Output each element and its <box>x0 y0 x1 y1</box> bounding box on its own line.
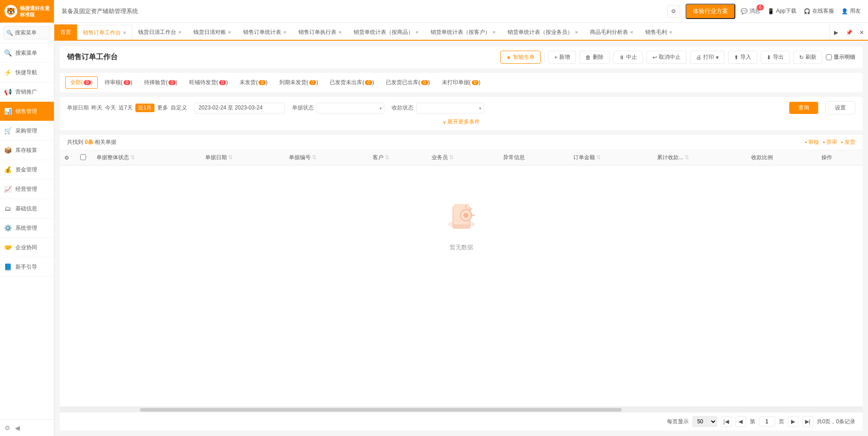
filter-date-昨天[interactable]: 昨天 <box>91 104 102 112</box>
th-staff[interactable]: 业务员⇅ <box>427 150 499 166</box>
cancel-pause-button[interactable]: ↩ 取消中止 <box>647 51 686 64</box>
table-action-ship[interactable]: 发货 <box>841 138 855 146</box>
tab-close-sales_stat_product[interactable]: ✕ <box>415 30 419 35</box>
payment-select[interactable] <box>416 103 484 114</box>
table-action-review[interactable]: 审核 <box>805 138 819 146</box>
sidebar-item-inventory[interactable]: 📦库存核算 <box>0 141 54 160</box>
th-customer[interactable]: 客户⇅ <box>368 150 427 166</box>
sidebar-item-guide[interactable]: 📘新手引导 <box>0 257 54 277</box>
sidebar-collapse-icon[interactable]: ◀ <box>15 424 20 431</box>
sidebar-item-sales[interactable]: 📊销售管理 <box>0 102 54 121</box>
sort-icon-amount[interactable]: ⇅ <box>596 154 601 161</box>
th-amount[interactable]: 订单金额⇅ <box>569 150 652 166</box>
query-button[interactable]: 查询 <box>789 102 818 114</box>
smart-gen-button[interactable]: ★ 智能生单 <box>500 51 541 64</box>
sidebar-item-operation[interactable]: 📈经营管理 <box>0 180 54 199</box>
expand-filters-button[interactable]: ∨ 展开更多条件 <box>442 118 480 126</box>
settings-icon[interactable]: ⚙ <box>64 155 69 161</box>
subtab-shipped_out[interactable]: 已发货已出库(0) <box>381 76 435 89</box>
delete-button[interactable]: 🗑 删除 <box>580 51 609 64</box>
subtab-overdue_not_shipped[interactable]: 到期未发货(0) <box>274 76 323 89</box>
sidebar-item-coop[interactable]: 🤝企业协同 <box>0 238 54 257</box>
tab-close-sales_order[interactable]: ✕ <box>123 30 126 35</box>
subtab-pending_inspect[interactable]: 待择验货(0) <box>139 76 182 89</box>
tab-close-product_margin[interactable]: ✕ <box>630 30 633 35</box>
tab-sales_stat_product[interactable]: 销货单统计表（按商品）✕ <box>348 24 425 40</box>
add-button[interactable]: + 新增 <box>548 51 576 64</box>
show-detail-checkbox[interactable] <box>826 54 832 60</box>
tab-sales_exec[interactable]: 销售订单执行表✕ <box>293 24 348 40</box>
sidebar-item-search[interactable]: 🔍搜索菜单 <box>0 43 54 63</box>
topbar-settings-button[interactable]: ⚙ <box>667 5 680 18</box>
tab-close-cash_reconcile[interactable]: ✕ <box>228 30 231 35</box>
sidebar-item-quicknav[interactable]: ⚡快捷导航 <box>0 63 54 82</box>
show-detail-label[interactable]: 显示明细 <box>826 53 855 61</box>
online-service-button[interactable]: 🎧 在线客服 <box>804 7 834 15</box>
app-download-button[interactable]: 📱 App下载 <box>767 7 796 15</box>
filter-date-自定义[interactable]: 自定义 <box>171 104 187 112</box>
horizontal-scrollbar[interactable] <box>60 407 863 412</box>
tab-pin-button[interactable]: 📌 <box>843 24 855 40</box>
tab-sales_margin[interactable]: 销售毛利✕ <box>639 24 678 40</box>
user-menu-button[interactable]: 👤 用友 <box>841 7 861 15</box>
tab-close-all-button[interactable]: ✕ <box>855 24 868 40</box>
filter-date-更多[interactable]: 更多 <box>157 104 168 112</box>
sort-icon-status[interactable]: ⇅ <box>130 154 135 161</box>
tab-close-sales_exec[interactable]: ✕ <box>338 30 342 35</box>
prev-page-button[interactable]: ◀ <box>735 416 746 427</box>
table-action-unreviewed[interactable]: 弃审 <box>823 138 837 146</box>
per-page-select[interactable]: 102050100 <box>692 416 717 427</box>
sort-icon-staff[interactable]: ⇅ <box>449 154 454 161</box>
subtab-shipped_not_out[interactable]: 已发货未出库(0) <box>325 76 379 89</box>
sort-icon-received[interactable]: ⇅ <box>685 154 689 161</box>
tab-close-sales_margin[interactable]: ✕ <box>669 30 672 35</box>
tab-sales_stat_customer[interactable]: 销货单统计表（按客户）✕ <box>425 24 502 40</box>
filter-date-近7天[interactable]: 近7天 <box>119 104 133 112</box>
subtab-all[interactable]: 全部(0) <box>65 76 98 89</box>
status-select[interactable] <box>317 103 384 114</box>
search-menu-button[interactable]: 🔍 搜索菜单 <box>4 26 50 39</box>
subtab-not_printed[interactable]: 未打印单据(0) <box>437 76 486 89</box>
first-page-button[interactable]: |◀ <box>721 416 732 427</box>
th-received[interactable]: 累计收款...⇅ <box>652 150 747 166</box>
tab-sales_stat_staff[interactable]: 销货单统计表（按业务员）✕ <box>502 24 584 40</box>
tab-cash_daily[interactable]: 钱货日清工作台✕ <box>132 24 187 40</box>
tab-more-button[interactable]: ▶ <box>829 24 843 40</box>
th-number[interactable]: 单据编号⇅ <box>284 150 368 166</box>
tab-sales_stat[interactable]: 销售订单统计表✕ <box>237 24 293 40</box>
tab-close-sales_stat_customer[interactable]: ✕ <box>492 30 496 35</box>
refresh-button[interactable]: ↻ 刷新 <box>793 51 822 64</box>
tab-product_margin[interactable]: 商品毛利分析表✕ <box>584 24 639 40</box>
next-page-button[interactable]: ▶ <box>788 416 799 427</box>
pause-button[interactable]: ⏸ 中止 <box>613 51 643 64</box>
tab-cash_reconcile[interactable]: 钱货日清对账✕ <box>187 24 237 40</box>
sort-icon-customer[interactable]: ⇅ <box>385 154 389 161</box>
tab-home[interactable]: 首页 <box>54 24 77 40</box>
print-button[interactable]: 🖨 打印 ▾ <box>690 51 724 64</box>
table-wrap[interactable]: ⚙单据整体状态⇅单据日期⇅单据编号⇅客户⇅业务员⇅异常信息订单金额⇅累计收款..… <box>60 150 863 407</box>
sidebar-item-purchase[interactable]: 🛒采购管理 <box>0 121 54 141</box>
tab-close-sales_stat[interactable]: ✕ <box>283 30 287 35</box>
sidebar-settings-icon[interactable]: ⚙ <box>5 424 10 431</box>
filter-date-今天[interactable]: 今天 <box>105 104 116 112</box>
industry-solution-button[interactable]: 体验行业方案 <box>686 4 735 19</box>
sort-icon-number[interactable]: ⇅ <box>312 154 317 161</box>
date-range-input[interactable] <box>194 103 285 114</box>
sidebar-item-basic[interactable]: 🗂基础信息 <box>0 199 54 218</box>
last-page-button[interactable]: ▶| <box>802 416 813 427</box>
import-button[interactable]: ⬆ 导入 <box>728 51 757 64</box>
sidebar-item-system[interactable]: ⚙️系统管理 <box>0 218 54 238</box>
subtab-wangpu_pending[interactable]: 旺铺待发货(0) <box>184 76 233 89</box>
setting-button[interactable]: 设置 <box>825 101 855 114</box>
th-date[interactable]: 单据日期⇅ <box>201 150 284 166</box>
export-button[interactable]: ⬇ 导出 <box>761 51 790 64</box>
select-all-checkbox[interactable] <box>80 154 86 160</box>
message-button[interactable]: 💬 消息 6 <box>741 7 760 15</box>
sort-icon-date[interactable]: ⇅ <box>228 154 233 161</box>
filter-date-近1月[interactable]: 近1月 <box>135 104 155 112</box>
tab-sales_order[interactable]: 销售订单工作台✕ <box>77 25 132 40</box>
scrollbar-thumb[interactable] <box>140 408 622 412</box>
th-status[interactable]: 单据整体状态⇅ <box>92 150 201 166</box>
sidebar-item-marketing[interactable]: 📢营销推广 <box>0 82 54 102</box>
sidebar-item-finance[interactable]: 💰资金管理 <box>0 160 54 180</box>
